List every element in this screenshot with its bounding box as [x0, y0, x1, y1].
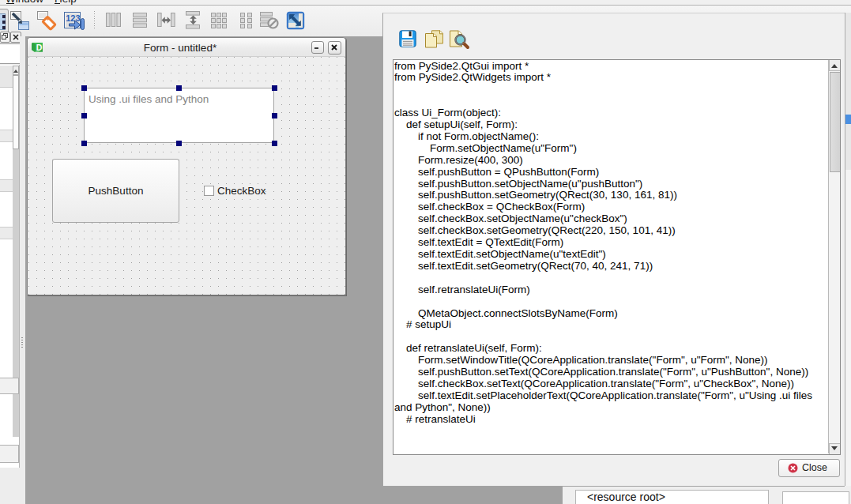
- svg-text:123: 123: [66, 13, 80, 23]
